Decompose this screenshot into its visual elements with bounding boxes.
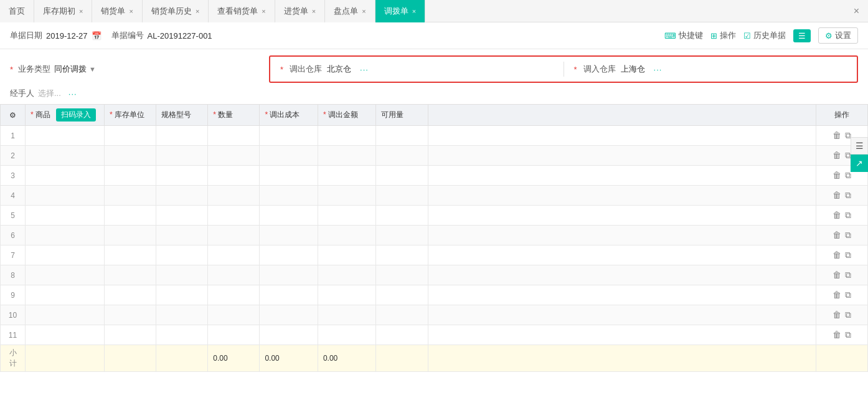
unit-cell[interactable] xyxy=(105,166,156,186)
amount-cell[interactable] xyxy=(318,166,375,186)
product-cell[interactable] xyxy=(26,226,105,245)
copy-icon[interactable]: ⧉ xyxy=(845,190,851,200)
unit-cell[interactable] xyxy=(105,186,156,206)
qty-cell[interactable] xyxy=(208,186,260,206)
spec-cell[interactable] xyxy=(156,285,208,305)
out-warehouse-dots[interactable]: ··· xyxy=(360,65,369,74)
tab-purchase-order-close[interactable]: × xyxy=(312,7,316,15)
in-warehouse-value[interactable]: 上海仓 xyxy=(621,64,645,75)
amount-cell[interactable] xyxy=(318,305,375,325)
spec-cell[interactable] xyxy=(156,126,208,146)
business-type-select[interactable]: 同价调拨 ▼ xyxy=(54,64,96,75)
delete-icon[interactable]: 🗑 xyxy=(833,170,841,180)
window-close-button[interactable]: × xyxy=(845,0,868,22)
handler-select[interactable]: 选择... xyxy=(38,88,61,99)
tab-home[interactable]: 首页 xyxy=(0,0,34,22)
in-warehouse-dots[interactable]: ··· xyxy=(654,65,663,74)
unit-cell[interactable] xyxy=(105,265,156,285)
tab-inventory-check[interactable]: 盘点单 × xyxy=(325,0,375,22)
spec-cell[interactable] xyxy=(156,186,208,206)
unit-cell[interactable] xyxy=(105,325,156,345)
settings-button[interactable]: ⚙ 设置 xyxy=(818,27,858,44)
delete-icon[interactable]: 🗑 xyxy=(833,250,841,260)
copy-icon[interactable]: ⧉ xyxy=(845,250,851,260)
shortcuts-button[interactable]: ⌨ 快捷键 xyxy=(664,30,703,41)
delete-icon[interactable]: 🗑 xyxy=(833,230,841,240)
amount-cell[interactable] xyxy=(318,325,375,345)
cost-cell[interactable] xyxy=(260,285,318,305)
product-cell[interactable] xyxy=(26,186,105,206)
qty-cell[interactable] xyxy=(208,206,260,226)
qty-cell[interactable] xyxy=(208,325,260,345)
qty-cell[interactable] xyxy=(208,166,260,186)
product-cell[interactable] xyxy=(26,305,105,325)
unit-cell[interactable] xyxy=(105,285,156,305)
tab-view-sales[interactable]: 查看销货单 × xyxy=(209,0,275,22)
cost-cell[interactable] xyxy=(260,245,318,265)
qty-cell[interactable] xyxy=(208,126,260,146)
cost-cell[interactable] xyxy=(260,265,318,285)
tab-transfer-close[interactable]: × xyxy=(412,7,416,15)
cost-cell[interactable] xyxy=(260,166,318,186)
copy-icon[interactable]: ⧉ xyxy=(845,290,851,300)
cost-cell[interactable] xyxy=(260,126,318,146)
spec-cell[interactable] xyxy=(156,265,208,285)
spec-cell[interactable] xyxy=(156,245,208,265)
cost-cell[interactable] xyxy=(260,186,318,206)
copy-icon[interactable]: ⧉ xyxy=(845,230,851,240)
delete-icon[interactable]: 🗑 xyxy=(833,290,841,300)
tab-inventory-init-close[interactable]: × xyxy=(79,7,83,15)
amount-cell[interactable] xyxy=(318,206,375,226)
cost-cell[interactable] xyxy=(260,206,318,226)
operations-button[interactable]: ⊞ 操作 xyxy=(710,30,736,41)
scan-button[interactable]: 扫码录入 xyxy=(56,108,96,121)
view-toggle-list[interactable]: ☰ xyxy=(793,29,811,42)
product-cell[interactable] xyxy=(26,166,105,186)
unit-cell[interactable] xyxy=(105,245,156,265)
amount-cell[interactable] xyxy=(318,265,375,285)
tab-view-sales-close[interactable]: × xyxy=(262,7,265,15)
tab-sales-order-close[interactable]: × xyxy=(129,7,133,15)
history-button[interactable]: ☑ 历史单据 xyxy=(743,30,786,41)
cost-cell[interactable] xyxy=(260,305,318,325)
product-cell[interactable] xyxy=(26,146,105,166)
spec-cell[interactable] xyxy=(156,146,208,166)
copy-icon[interactable]: ⧉ xyxy=(845,270,851,280)
unit-cell[interactable] xyxy=(105,226,156,245)
cost-cell[interactable] xyxy=(260,146,318,166)
gear-icon[interactable]: ⚙ xyxy=(9,111,16,120)
unit-cell[interactable] xyxy=(105,305,156,325)
cost-cell[interactable] xyxy=(260,325,318,345)
tab-inventory-init[interactable]: 库存期初 × xyxy=(34,0,92,22)
delete-icon[interactable]: 🗑 xyxy=(833,310,841,320)
qty-cell[interactable] xyxy=(208,226,260,245)
tab-transfer[interactable]: 调拨单 × xyxy=(375,0,425,22)
product-cell[interactable] xyxy=(26,285,105,305)
product-cell[interactable] xyxy=(26,245,105,265)
delete-icon[interactable]: 🗑 xyxy=(833,270,841,280)
delete-icon[interactable]: 🗑 xyxy=(833,150,841,160)
right-bar-export[interactable]: ↗ xyxy=(851,155,868,172)
unit-cell[interactable] xyxy=(105,126,156,146)
amount-cell[interactable] xyxy=(318,226,375,245)
qty-cell[interactable] xyxy=(208,285,260,305)
copy-icon[interactable]: ⧉ xyxy=(845,330,851,340)
qty-cell[interactable] xyxy=(208,305,260,325)
unit-cell[interactable] xyxy=(105,206,156,226)
product-cell[interactable] xyxy=(26,206,105,226)
product-cell[interactable] xyxy=(26,325,105,345)
delete-icon[interactable]: 🗑 xyxy=(833,190,841,200)
tab-purchase-order[interactable]: 进货单 × xyxy=(275,0,325,22)
copy-icon[interactable]: ⧉ xyxy=(845,210,851,220)
qty-cell[interactable] xyxy=(208,146,260,166)
tab-inventory-check-close[interactable]: × xyxy=(362,7,366,15)
amount-cell[interactable] xyxy=(318,186,375,206)
tab-sales-history[interactable]: 销货单历史 × xyxy=(143,0,209,22)
cost-cell[interactable] xyxy=(260,226,318,245)
spec-cell[interactable] xyxy=(156,305,208,325)
product-cell[interactable] xyxy=(26,126,105,146)
tab-sales-order[interactable]: 销货单 × xyxy=(92,0,142,22)
copy-icon[interactable]: ⧉ xyxy=(845,310,851,320)
handler-dots[interactable]: ··· xyxy=(68,89,77,98)
calendar-icon[interactable]: 📅 xyxy=(92,31,101,40)
